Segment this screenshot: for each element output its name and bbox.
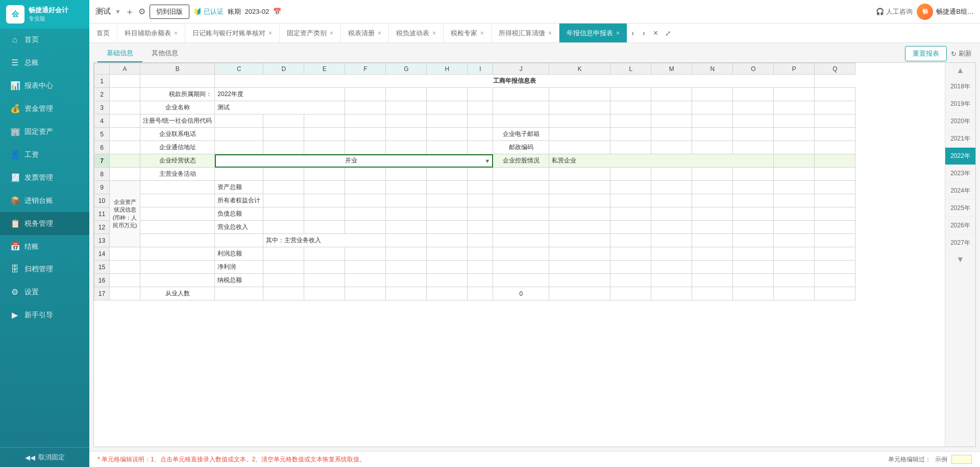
cell-11-I[interactable] (468, 207, 493, 221)
refresh-button[interactable]: ↻ 刷新 (951, 49, 972, 58)
cell-14-L[interactable] (610, 247, 651, 261)
cell-2-B[interactable]: 税款所属期间： (140, 88, 215, 101)
cell-6-G[interactable] (386, 141, 427, 154)
cell-6-B[interactable]: 企业通信地址 (140, 141, 215, 154)
cell-13-B[interactable] (140, 234, 215, 247)
cell-6-Q[interactable] (815, 141, 855, 154)
cell-5-C[interactable] (215, 128, 263, 141)
cell-9-I[interactable] (468, 181, 493, 194)
cell-2-L[interactable] (610, 88, 651, 101)
sidebar-item-assets[interactable]: 🏢 固定资产 (0, 120, 89, 143)
cell-4-A[interactable] (110, 114, 140, 128)
cell-3-H[interactable] (427, 101, 468, 114)
cell-6-C[interactable] (215, 141, 263, 154)
col-D-header[interactable]: D (263, 63, 304, 75)
cell-13-Q[interactable] (815, 234, 855, 247)
cell-11-E[interactable] (304, 207, 345, 221)
cell-6-A[interactable] (110, 141, 140, 154)
cell-12-B[interactable] (140, 221, 215, 234)
cell-10-J[interactable] (493, 194, 549, 207)
cell-9-D[interactable] (263, 181, 304, 194)
cell-7-B[interactable]: 企业经营状态 (140, 154, 215, 168)
cell-16-F[interactable] (345, 274, 386, 287)
cell-2-I[interactable] (468, 88, 493, 101)
cell-12-E[interactable] (304, 221, 345, 234)
col-Q-header[interactable]: Q (815, 63, 855, 75)
year-2018[interactable]: 2018年 (945, 78, 975, 96)
cell-11-M[interactable] (651, 207, 692, 221)
cell-14-E[interactable] (304, 247, 345, 261)
sidebar-item-home[interactable]: ⌂ 首页 (0, 29, 89, 51)
year-2020[interactable]: 2020年 (945, 113, 975, 130)
tab-close-icon[interactable]: × (480, 30, 484, 37)
cell-9-G[interactable] (386, 181, 427, 194)
cell-12-C[interactable]: 营业总收入 (215, 221, 263, 234)
cell-17-E[interactable] (304, 287, 345, 300)
year-2027[interactable]: 2027年 (945, 235, 975, 252)
sidebar-item-settings[interactable]: ⚙ 设置 (0, 281, 89, 303)
cell-16-L[interactable] (610, 274, 651, 287)
tab-close-icon[interactable]: × (174, 30, 178, 37)
cell-4-F[interactable] (345, 114, 386, 128)
cell-5-O[interactable] (733, 128, 774, 141)
cell-5-J[interactable]: 企业电子邮箱 (493, 128, 549, 141)
cell-7-C-dropdown[interactable]: 开业 ▼ (215, 154, 493, 168)
year-2024[interactable]: 2024年 (945, 182, 975, 200)
cell-10-B[interactable] (140, 194, 215, 207)
cell-6-H[interactable] (427, 141, 468, 154)
tab-home[interactable]: 首页 (89, 24, 117, 43)
col-H-header[interactable]: H (427, 63, 468, 75)
cell-8-D[interactable] (263, 168, 304, 181)
sidebar-item-archive[interactable]: 🗄 归档管理 (0, 258, 89, 281)
cell-1-A[interactable] (110, 75, 140, 88)
cell-13-C[interactable] (215, 234, 263, 247)
col-C-header[interactable]: C (215, 63, 263, 75)
cell-10-I[interactable] (468, 194, 493, 207)
cell-6-F[interactable] (345, 141, 386, 154)
cell-17-L[interactable] (610, 287, 651, 300)
cell-4-B[interactable]: 注册号/统一社会信用代码 (140, 114, 215, 128)
cell-2-P[interactable] (774, 88, 815, 101)
cell-11-Q[interactable] (815, 207, 855, 221)
cell-15-P[interactable] (774, 261, 815, 274)
cell-10-G[interactable] (386, 194, 427, 207)
cell-8-M[interactable] (651, 168, 692, 181)
cell-3-K[interactable] (549, 101, 610, 114)
cell-8-H[interactable] (427, 168, 468, 181)
cell-12-D[interactable] (263, 221, 304, 234)
cell-6-O[interactable] (733, 141, 774, 154)
cell-2-C[interactable]: 2022年度 (215, 88, 345, 101)
sidebar-item-tax[interactable]: 📋 税务管理 (0, 212, 89, 235)
cell-7-K[interactable]: 私营企业 (549, 154, 774, 168)
sidebar-item-closing[interactable]: 📅 结账 (0, 235, 89, 258)
cell-14-P[interactable] (774, 247, 815, 261)
cell-15-A[interactable] (110, 261, 140, 274)
cell-16-D[interactable] (263, 274, 304, 287)
tab-expand-button[interactable]: ⤢ (662, 24, 674, 43)
cell-16-Q[interactable] (815, 274, 855, 287)
cell-11-D[interactable] (263, 207, 304, 221)
cell-7-P[interactable] (774, 154, 815, 168)
cell-9-J[interactable] (493, 181, 549, 194)
cell-14-J[interactable] (493, 247, 549, 261)
cell-5-Q[interactable] (815, 128, 855, 141)
cell-8-J[interactable] (493, 168, 549, 181)
cell-15-D[interactable] (263, 261, 304, 274)
cell-5-N[interactable] (692, 128, 733, 141)
tab-basic-info[interactable]: 基础信息 (97, 45, 142, 62)
cell-14-C[interactable]: 利润总额 (215, 247, 263, 261)
cell-11-J[interactable] (493, 207, 549, 221)
tab-auxiliary[interactable]: 科目辅助余额表 × (117, 24, 185, 43)
tab-tax-table[interactable]: 税表清册 × (341, 24, 389, 43)
cell-17-D[interactable] (263, 287, 304, 300)
cell-4-K[interactable] (549, 114, 610, 128)
cell-16-I[interactable] (468, 274, 493, 287)
cell-2-K[interactable] (549, 88, 610, 101)
cell-11-K[interactable] (549, 207, 610, 221)
cell-4-O[interactable] (733, 114, 774, 128)
cell-13-O[interactable] (733, 234, 774, 247)
cell-2-A[interactable] (110, 88, 140, 101)
cell-16-A[interactable] (110, 274, 140, 287)
cell-4-M[interactable] (651, 114, 692, 128)
cell-12-O[interactable] (733, 221, 774, 234)
